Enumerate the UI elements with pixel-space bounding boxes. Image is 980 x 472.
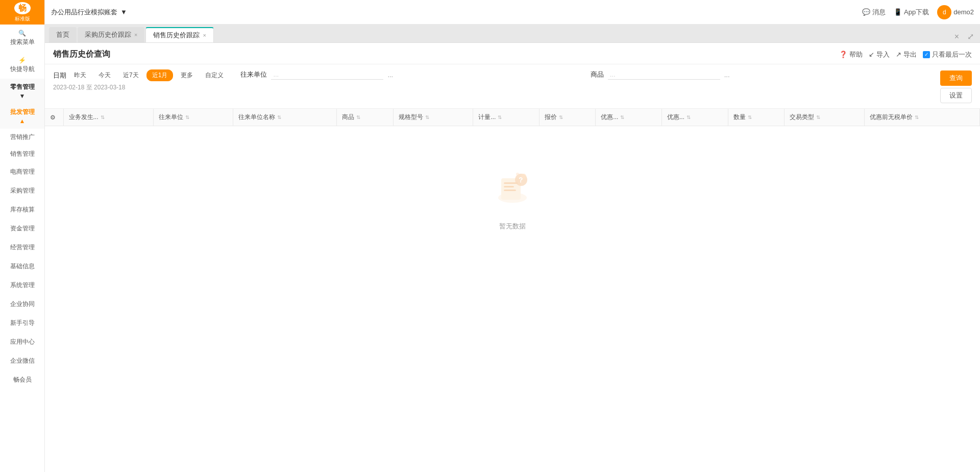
tab-sales-history[interactable]: 销售历史价跟踪 × <box>145 27 213 42</box>
table-container: ⚙ 业务发生... ⇅ 往来单位 ⇅ <box>45 109 980 472</box>
sidebar-item-wechat[interactable]: 企业微信 <box>0 351 44 370</box>
wholesale-label: 批发管理 <box>10 108 35 116</box>
th-partner-name-label: 往来单位名称 <box>238 113 275 122</box>
sort-quote-icon: ⇅ <box>559 114 563 120</box>
inventory-label: 库存核算 <box>10 205 35 214</box>
sidebar-item-retail[interactable]: 零售管理 ▼ <box>0 79 44 104</box>
tab-sales-close-icon[interactable]: × <box>203 32 206 38</box>
sidebar-item-inventory[interactable]: 库存核算 <box>0 200 44 219</box>
th-trade-type[interactable]: 交易类型 ⇅ <box>784 109 864 126</box>
sidebar-item-enterprise-collab[interactable]: 企业协同 <box>0 295 44 314</box>
app-download-button[interactable]: 📱 App下载 <box>894 8 929 17</box>
sort-biz-date-icon: ⇅ <box>101 114 105 120</box>
partner-dots-button[interactable]: ... <box>387 71 393 79</box>
goods-input[interactable] <box>608 69 720 80</box>
filter-row: 日期 昨天 今天 近7天 近1月 更多 自定义 2023-02-18 至 202… <box>53 69 972 103</box>
sidebar-item-finance[interactable]: 资金管理 <box>0 219 44 238</box>
sidebar-search-label: 搜索菜单 <box>10 38 35 46</box>
sidebar-item-basic-info[interactable]: 基础信息 <box>0 257 44 276</box>
tab-home[interactable]: 首页 <box>49 27 77 42</box>
date-btn-1month[interactable]: 近1月 <box>146 69 174 81</box>
sidebar-nav: 🔍 搜索菜单 ⚡ 快捷导航 零售管理 ▼ 批发管理 ▲ 营销推广 销售管理 电商… <box>0 25 44 472</box>
goods-dots-button[interactable]: ... <box>724 71 730 79</box>
svg-rect-3 <box>504 186 514 187</box>
import-button[interactable]: ↙ 导入 <box>869 50 890 59</box>
partner-input[interactable] <box>271 69 383 80</box>
window-close-icon[interactable]: × <box>952 31 961 42</box>
logo-text: 标准版 <box>15 15 30 22</box>
help-button[interactable]: ❓ 帮助 <box>839 50 863 59</box>
sidebar-item-purchase[interactable]: 采购管理 <box>0 181 44 200</box>
tab-sales-history-label: 销售历史价跟踪 <box>153 31 200 40</box>
sidebar-item-sales[interactable]: 销售管理 <box>0 146 44 162</box>
th-spec-label: 规格型号 <box>399 113 423 122</box>
sort-discount2-icon: ⇅ <box>687 114 691 120</box>
th-unit-label: 计量... <box>478 113 496 122</box>
th-partner-code[interactable]: 往来单位 ⇅ <box>153 109 233 126</box>
sidebar-item-marketing[interactable]: 营销推广 <box>0 129 44 146</box>
th-biz-date[interactable]: 业务发生... ⇅ <box>63 109 153 126</box>
export-button[interactable]: ↗ 导出 <box>896 50 917 59</box>
sidebar-item-ecommerce[interactable]: 电商管理 <box>0 162 44 181</box>
window-controls: × ⤢ <box>952 31 976 42</box>
sidebar-item-guide[interactable]: 新手引导 <box>0 314 44 333</box>
finance-label: 资金管理 <box>10 224 35 233</box>
date-btn-more[interactable]: 更多 <box>176 69 198 81</box>
data-table: ⚙ 业务发生... ⇅ 往来单位 ⇅ <box>45 109 980 126</box>
th-goods-label: 商品 <box>342 113 354 122</box>
date-range-display: 2023-02-18 至 2023-03-18 <box>53 83 228 92</box>
th-unit[interactable]: 计量... ⇅ <box>473 109 540 126</box>
header-actions: ❓ 帮助 ↙ 导入 ↗ 导出 ✓ 只看最后一次 <box>839 50 972 59</box>
sidebar-item-wholesale[interactable]: 批发管理 ▲ <box>0 104 44 129</box>
window-maximize-icon[interactable]: ⤢ <box>965 31 976 42</box>
th-partner-code-label: 往来单位 <box>159 113 183 122</box>
sidebar-item-app-center[interactable]: 应用中心 <box>0 333 44 351</box>
th-pre-tax-price[interactable]: 优惠前无税单价 ⇅ <box>864 109 979 126</box>
table-header: ⚙ 业务发生... ⇅ 往来单位 ⇅ <box>45 109 980 126</box>
content-area: 销售历史价查询 ❓ 帮助 ↙ 导入 ↗ 导出 ✓ 只看最后一次 <box>45 43 980 472</box>
sidebar-item-member[interactable]: 畅会员 <box>0 370 44 389</box>
date-btn-custom[interactable]: 自定义 <box>201 69 228 81</box>
query-button[interactable]: 查询 <box>940 70 972 86</box>
sales-label: 销售管理 <box>10 150 35 158</box>
user-profile[interactable]: d demo2 <box>937 5 974 19</box>
date-filter-col: 日期 昨天 今天 近7天 近1月 更多 自定义 2023-02-18 至 202… <box>53 69 228 92</box>
sidebar-item-search[interactable]: 🔍 搜索菜单 <box>0 25 44 52</box>
retail-label: 零售管理 <box>10 83 35 91</box>
only-last-checkbox[interactable]: ✓ 只看最后一次 <box>923 50 972 59</box>
sidebar-item-quick-nav[interactable]: ⚡ 快捷导航 <box>0 52 44 79</box>
app-title: 办公用品行业模拟账套 <box>51 8 117 17</box>
topbar-dropdown-icon[interactable]: ▼ <box>120 8 127 16</box>
avatar: d <box>937 5 951 19</box>
th-discount2-label: 优惠... <box>667 113 684 122</box>
th-quote-label: 报价 <box>545 113 557 122</box>
settings-button[interactable]: 设置 <box>940 88 972 103</box>
message-button[interactable]: 💬 消息 <box>862 8 886 17</box>
th-partner-name[interactable]: 往来单位名称 ⇅ <box>233 109 337 126</box>
th-discount2[interactable]: 优惠... ⇅ <box>662 109 728 126</box>
goods-filter-label: 商品 <box>591 70 604 79</box>
operation-label: 经营管理 <box>10 243 35 252</box>
th-quote[interactable]: 报价 ⇅ <box>540 109 596 126</box>
topbar: 办公用品行业模拟账套 ▼ 💬 消息 📱 App下载 d demo2 <box>45 0 980 25</box>
tab-purchase-history[interactable]: 采购历史价跟踪 × <box>78 27 144 42</box>
export-icon: ↗ <box>896 51 901 58</box>
date-btn-7days[interactable]: 近7天 <box>118 69 143 81</box>
th-discount1[interactable]: 优惠... ⇅ <box>596 109 662 126</box>
sidebar-item-operation[interactable]: 经营管理 <box>0 238 44 257</box>
sort-trade-type-icon: ⇅ <box>816 114 820 120</box>
th-spec[interactable]: 规格型号 ⇅ <box>393 109 473 126</box>
th-goods[interactable]: 商品 ⇅ <box>337 109 393 126</box>
sort-unit-icon: ⇅ <box>498 114 502 120</box>
tab-purchase-close-icon[interactable]: × <box>134 32 137 38</box>
th-settings[interactable]: ⚙ <box>45 109 63 126</box>
th-qty[interactable]: 数量 ⇅ <box>728 109 784 126</box>
partner-filter-col: 往来单位 ... <box>240 69 578 80</box>
date-btn-today[interactable]: 今天 <box>94 69 115 81</box>
topbar-actions: 💬 消息 📱 App下载 d demo2 <box>862 5 974 19</box>
tab-home-label: 首页 <box>56 30 69 39</box>
app-logo: 畅 标准版 <box>0 0 44 25</box>
sidebar-item-system[interactable]: 系统管理 <box>0 276 44 295</box>
table-header-row: ⚙ 业务发生... ⇅ 往来单位 ⇅ <box>45 109 980 126</box>
date-btn-yesterday[interactable]: 昨天 <box>69 69 91 81</box>
